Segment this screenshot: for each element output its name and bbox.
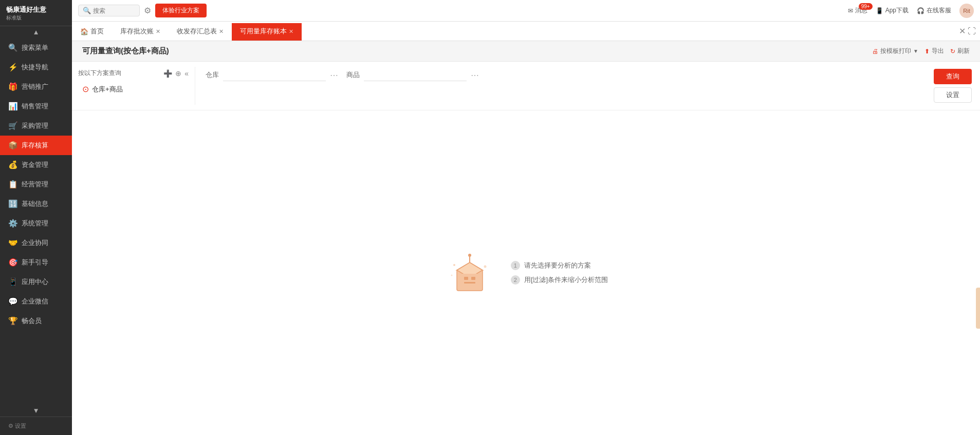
collapse-button[interactable]: « [184, 69, 189, 78]
tab-summary-close[interactable]: ✕ [219, 28, 224, 35]
empty-state: 1 请先选择要分析的方案 2 用[过滤]条件来缩小分析范围 [72, 110, 980, 435]
filter-field-warehouse: 仓库 ⋯ [206, 69, 338, 81]
app-name: 畅康通好生意 [6, 5, 66, 14]
topbar: 🔍 ⚙ 体验行业方案 ✉ 消息 99+ 📱 App下载 🎧 在线客服 Rit [72, 0, 980, 22]
tab-summary[interactable]: 收发存汇总表 ✕ [169, 23, 232, 41]
settings-button[interactable]: 设置 [934, 87, 972, 103]
sidebar-item-label: 新手引导 [22, 258, 48, 267]
page-header: 可用量查询(按仓库+商品) 🖨 按模板打印 ▼ ⬆ 导出 ↻ 刷新 [72, 41, 980, 62]
sidebar-item-corp[interactable]: 🤝企业协同 [0, 233, 72, 253]
marketing-icon: 🎁 [8, 82, 17, 91]
gear-icon[interactable]: ⚙ [144, 6, 151, 15]
sidebar-item-finance[interactable]: 💰资金管理 [0, 155, 72, 175]
search-icon: 🔍 [83, 7, 91, 14]
query-button[interactable]: 查询 [934, 69, 972, 84]
refresh-icon: ↻ [950, 48, 955, 55]
sidebar-item-purchase[interactable]: 🛒采购管理 [0, 116, 72, 136]
sidebar-item-newbie[interactable]: 🎯新手引导 [0, 253, 72, 272]
sidebar-scroll-up[interactable]: ▲ [0, 26, 72, 38]
message-badge: 99+ [859, 3, 873, 10]
sidebar-item-shortcut[interactable]: ⚡快捷导航 [0, 58, 72, 77]
svg-rect-6 [464, 282, 475, 283]
refresh-button[interactable]: ↻ 刷新 [950, 47, 970, 55]
sidebar-header: 畅康通好生意 标准版 [0, 0, 72, 26]
message-button[interactable]: ✉ 消息 99+ [848, 6, 867, 15]
newbie-icon: 🎯 [8, 258, 17, 267]
svg-rect-3 [461, 274, 478, 287]
sidebar-footer: ⚙ 设置 [0, 417, 72, 435]
maximize-tab-button[interactable]: ⛶ [968, 27, 976, 36]
sidebar-item-operations[interactable]: 📋经营管理 [0, 175, 72, 194]
tab-batch[interactable]: 库存批次账 ✕ [112, 23, 169, 41]
sidebar-item-label: 经营管理 [22, 180, 48, 189]
industry-button[interactable]: 体验行业方案 [155, 4, 207, 17]
sidebar-item-label: 库存核算 [22, 141, 48, 150]
svg-point-9 [453, 264, 455, 266]
search-icon: 🔍 [8, 43, 17, 52]
warehouse-input[interactable] [223, 69, 326, 81]
filter-fields: 仓库 ⋯ 商品 ⋯ [195, 67, 926, 105]
sidebar-item-label: 销售管理 [22, 102, 48, 111]
sidebar-item-appstore[interactable]: 📱应用中心 [0, 272, 72, 292]
tab-controls: ✕ ⛶ [955, 22, 980, 41]
filter-sidebar-title: 按以下方案查询 [78, 69, 121, 78]
svg-rect-4 [464, 277, 468, 280]
sidebar-item-vip[interactable]: 🏆畅会员 [0, 311, 72, 331]
sidebar-item-inventory[interactable]: 📦库存核算 [0, 136, 72, 155]
sales-icon: 📊 [8, 102, 17, 111]
tab-bar: 🏠 首页 库存批次账 ✕ 收发存汇总表 ✕ 可用量库存账本 ✕ ✕ ⛶ [72, 22, 980, 41]
tab-batch-close[interactable]: ✕ [156, 28, 160, 35]
goods-label: 商品 [346, 70, 360, 80]
export-button[interactable]: ⬆ 导出 [924, 47, 944, 55]
sidebar-item-label: 快捷导航 [22, 63, 48, 72]
inventory-icon: 📦 [8, 141, 17, 150]
settings-scheme-button[interactable]: ⊕ [175, 69, 181, 78]
sidebar-item-marketing[interactable]: 🎁营销推广 [0, 77, 72, 97]
filter-actions: 查询 设置 [926, 67, 980, 105]
tab-home[interactable]: 🏠 首页 [72, 23, 112, 41]
home-icon: 🏠 [80, 28, 88, 35]
sidebar-item-basic[interactable]: 🔢基础信息 [0, 194, 72, 214]
filter-row-1: 仓库 ⋯ 商品 ⋯ [206, 69, 915, 81]
print-icon: 🖨 [872, 48, 878, 55]
system-icon: ⚙️ [8, 219, 17, 228]
filter-option-warehouse-goods[interactable]: ⊙ 仓库+商品 [78, 82, 189, 97]
sidebar-item-wechat[interactable]: 💬企业微信 [0, 292, 72, 311]
svg-point-10 [484, 266, 486, 268]
sidebar-nav: 🔍搜索菜单⚡快捷导航🎁营销推广📊销售管理🛒采购管理📦库存核算💰资金管理📋经营管理… [0, 38, 72, 405]
sidebar-item-sales[interactable]: 📊销售管理 [0, 97, 72, 116]
page-content: 可用量查询(按仓库+商品) 🖨 按模板打印 ▼ ⬆ 导出 ↻ 刷新 [72, 41, 980, 435]
print-button[interactable]: 🖨 按模板打印 ▼ [872, 47, 918, 55]
right-scroll-indicator [976, 288, 980, 329]
add-scheme-button[interactable]: ➕ [163, 69, 172, 78]
vip-icon: 🏆 [8, 316, 17, 326]
sidebar-item-system[interactable]: ⚙️系统管理 [0, 214, 72, 233]
close-tab-button[interactable]: ✕ [959, 26, 966, 36]
filter-field-goods: 商品 ⋯ [346, 69, 479, 81]
topbar-search-box[interactable]: 🔍 [78, 5, 140, 16]
search-input[interactable] [93, 7, 134, 14]
sidebar-item-label: 企业微信 [22, 297, 48, 306]
empty-text-block: 1 请先选择要分析的方案 2 用[过滤]条件来缩小分析范围 [511, 261, 608, 285]
online-service-link[interactable]: 🎧 在线客服 [917, 6, 951, 15]
filter-sidebar-icons: ➕ ⊕ « [163, 69, 189, 78]
filter-sidebar-header: 按以下方案查询 ➕ ⊕ « [78, 69, 189, 78]
sidebar-item-search[interactable]: 🔍搜索菜单 [0, 38, 72, 58]
tab-available-close[interactable]: ✕ [289, 28, 293, 35]
scheme-icon: ⊙ [82, 84, 89, 94]
sidebar-scroll-down[interactable]: ▼ [0, 405, 72, 417]
main-area: 🔍 ⚙ 体验行业方案 ✉ 消息 99+ 📱 App下载 🎧 在线客服 Rit [72, 0, 980, 435]
tab-available[interactable]: 可用量库存账本 ✕ [232, 23, 302, 41]
svg-rect-5 [471, 277, 475, 280]
chevron-down-icon: ▼ [913, 48, 918, 54]
user-avatar[interactable]: Rit [959, 4, 974, 18]
sidebar-item-label: 畅会员 [22, 316, 42, 326]
corp-icon: 🤝 [8, 238, 17, 248]
page-title: 可用量查询(按仓库+商品) [82, 46, 169, 56]
goods-more-button[interactable]: ⋯ [471, 70, 479, 80]
warehouse-more-button[interactable]: ⋯ [330, 70, 338, 80]
empty-illustration [444, 247, 495, 298]
goods-input[interactable] [364, 69, 467, 81]
sidebar-item-label: 企业协同 [22, 238, 48, 248]
app-download-link[interactable]: 📱 App下载 [876, 6, 909, 15]
